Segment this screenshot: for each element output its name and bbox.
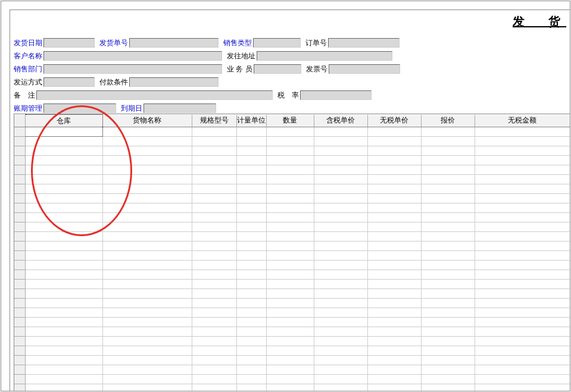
table-cell[interactable] — [25, 365, 102, 375]
table-cell[interactable] — [314, 156, 367, 165]
table-cell[interactable] — [192, 242, 236, 251]
table-cell[interactable] — [367, 251, 421, 261]
table-cell[interactable] — [102, 375, 192, 384]
table-cell[interactable] — [475, 280, 570, 289]
table-cell[interactable] — [25, 165, 102, 175]
table-cell[interactable] — [25, 318, 102, 327]
table-cell[interactable] — [475, 222, 570, 232]
input-remark[interactable] — [36, 90, 273, 100]
table-row[interactable] — [14, 156, 570, 165]
table-cell[interactable] — [314, 346, 367, 356]
table-cell[interactable] — [236, 346, 266, 356]
table-cell[interactable] — [421, 213, 475, 222]
table-row[interactable] — [14, 289, 570, 299]
table-cell[interactable] — [367, 356, 421, 365]
table-cell[interactable] — [421, 365, 475, 375]
table-cell[interactable] — [236, 280, 266, 289]
table-cell[interactable] — [421, 203, 475, 213]
table-row[interactable] — [14, 175, 570, 184]
table-cell[interactable] — [421, 184, 475, 194]
table-cell[interactable] — [367, 365, 421, 375]
table-cell[interactable] — [314, 365, 367, 375]
table-cell[interactable] — [314, 299, 367, 308]
input-account-period[interactable] — [43, 104, 116, 113]
table-cell[interactable] — [14, 242, 25, 251]
table-cell[interactable] — [367, 232, 421, 242]
col-header-4[interactable]: 计量单位 — [236, 115, 266, 127]
table-cell[interactable] — [102, 165, 192, 175]
table-cell[interactable] — [475, 156, 570, 165]
table-row[interactable] — [14, 127, 570, 137]
col-header-2[interactable]: 货物名称 — [102, 115, 192, 127]
table-cell[interactable] — [236, 375, 266, 384]
table-cell[interactable] — [236, 289, 266, 299]
table-cell[interactable] — [266, 175, 314, 184]
table-cell[interactable] — [367, 127, 421, 137]
table-row[interactable] — [14, 184, 570, 194]
table-cell[interactable] — [14, 165, 25, 175]
table-cell[interactable] — [102, 146, 192, 156]
table-row[interactable] — [14, 261, 570, 270]
table-cell[interactable] — [236, 137, 266, 146]
table-cell[interactable] — [192, 327, 236, 337]
table-cell[interactable] — [475, 165, 570, 175]
table-cell[interactable] — [14, 213, 25, 222]
table-cell[interactable] — [14, 280, 25, 289]
table-cell[interactable] — [314, 327, 367, 337]
table-cell[interactable] — [266, 280, 314, 289]
table-row[interactable] — [14, 375, 570, 384]
table-cell[interactable] — [236, 337, 266, 346]
col-header-5[interactable]: 数量 — [266, 115, 314, 127]
table-cell[interactable] — [102, 222, 192, 232]
table-row[interactable] — [14, 299, 570, 308]
table-cell[interactable] — [475, 203, 570, 213]
table-row[interactable] — [14, 280, 570, 289]
table-cell[interactable] — [14, 346, 25, 356]
input-ship-addr[interactable] — [257, 51, 392, 61]
table-cell[interactable] — [14, 384, 25, 391]
table-cell[interactable] — [266, 242, 314, 251]
table-cell[interactable] — [25, 156, 102, 165]
table-cell[interactable] — [475, 318, 570, 327]
table-cell[interactable] — [266, 375, 314, 384]
table-cell[interactable] — [192, 137, 236, 146]
table-cell[interactable] — [25, 175, 102, 184]
table-cell[interactable] — [367, 194, 421, 203]
table-cell[interactable] — [367, 261, 421, 270]
table-cell[interactable] — [14, 137, 25, 146]
table-cell[interactable] — [421, 146, 475, 156]
table-cell[interactable] — [25, 251, 102, 261]
table-cell[interactable] — [102, 337, 192, 346]
table-cell[interactable] — [192, 346, 236, 356]
table-cell[interactable] — [367, 222, 421, 232]
table-cell[interactable] — [367, 280, 421, 289]
table-cell[interactable] — [14, 156, 25, 165]
table-cell[interactable] — [14, 337, 25, 346]
table-cell[interactable] — [25, 222, 102, 232]
table-cell[interactable] — [475, 146, 570, 156]
table-cell[interactable] — [421, 289, 475, 299]
table-cell[interactable] — [367, 242, 421, 251]
table-cell[interactable] — [192, 203, 236, 213]
table-cell[interactable] — [266, 356, 314, 365]
table-cell[interactable] — [367, 299, 421, 308]
table-cell[interactable] — [314, 384, 367, 391]
table-cell[interactable] — [102, 289, 192, 299]
table-cell[interactable] — [266, 184, 314, 194]
table-cell[interactable] — [367, 184, 421, 194]
table-row[interactable] — [14, 242, 570, 251]
table-cell[interactable] — [14, 299, 25, 308]
table-row[interactable] — [14, 318, 570, 327]
table-cell[interactable] — [192, 308, 236, 318]
table-cell[interactable] — [475, 213, 570, 222]
table-cell[interactable] — [14, 375, 25, 384]
table-cell[interactable] — [192, 222, 236, 232]
table-cell[interactable] — [421, 308, 475, 318]
table-cell[interactable] — [475, 337, 570, 346]
table-row[interactable] — [14, 308, 570, 318]
table-cell[interactable] — [266, 337, 314, 346]
table-cell[interactable] — [14, 184, 25, 194]
table-cell[interactable] — [421, 280, 475, 289]
table-cell[interactable] — [102, 156, 192, 165]
table-cell[interactable] — [421, 346, 475, 356]
